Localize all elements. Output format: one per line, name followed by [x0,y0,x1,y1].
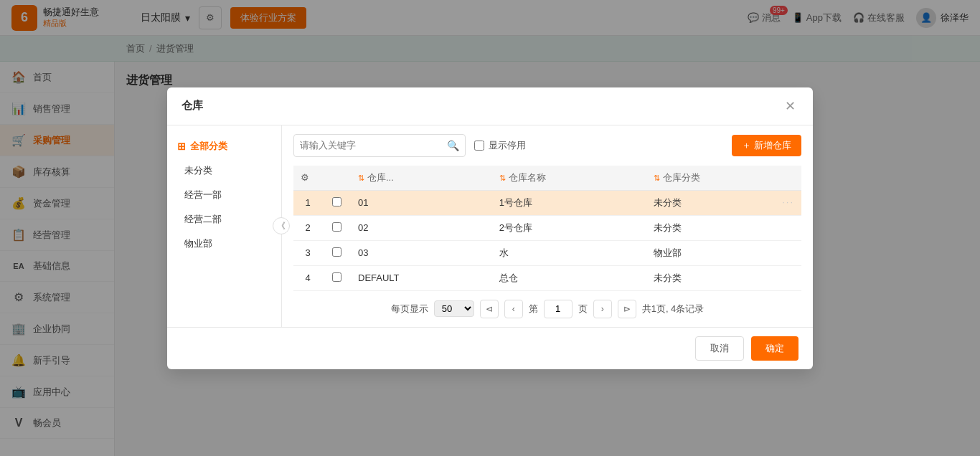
page-first-btn[interactable]: ⊲ [480,300,499,318]
category-item-ops2[interactable]: 经营二部 [167,207,281,232]
row-checkbox[interactable] [332,272,341,282]
pagination-row: 每页显示 50 20 100 ⊲ ‹ 第 页 › ⊳ 共1页, 4条记录 [293,300,801,318]
table-row[interactable]: 3 03 水 物业部 [293,240,801,265]
show-disabled-checkbox[interactable] [474,141,484,151]
modal-header: 仓库 ✕ [167,87,813,125]
table-row[interactable]: 1 01 1号仓库 未分类 ··· [293,190,801,215]
table-row[interactable]: 4 DEFAULT 总仓 未分类 [293,265,801,290]
row-checkbox[interactable] [332,222,341,232]
row-no: 3 [293,240,322,265]
row-code: 01 [351,190,492,215]
row-category: 未分类 ··· [646,190,801,215]
table-header-row: ⚙ ⇅仓库... ⇅仓库名称 ⇅仓库分类 [293,166,801,191]
category-item-unclassified[interactable]: 未分类 [167,158,281,183]
modal-title: 仓库 [182,99,203,113]
sort-icon: ⇅ [654,174,660,182]
search-box: 🔍 [293,134,466,157]
modal-overlay: 仓库 ✕ ⊞ 全部分类 未分类 经营一部 经营二部 物业部 《 [0,0,980,456]
th-category: ⇅仓库分类 [646,166,801,191]
table-panel: 🔍 显示停用 ＋ 新增仓库 ⚙ [282,125,813,327]
row-name: 水 [492,240,647,265]
row-no: 2 [293,215,322,240]
page-last-btn[interactable]: ⊳ [618,300,636,318]
row-more-icon[interactable]: ··· [782,196,794,207]
table-head: ⚙ ⇅仓库... ⇅仓库名称 ⇅仓库分类 [293,166,801,191]
page-number-input[interactable] [544,300,573,318]
row-name: 1号仓库 [492,190,647,215]
show-disabled-label[interactable]: 显示停用 [474,139,526,152]
row-no: 1 [293,190,322,215]
category-item-property[interactable]: 物业部 [167,232,281,256]
table-container: ⚙ ⇅仓库... ⇅仓库名称 ⇅仓库分类 [293,166,801,291]
page-next-btn[interactable]: › [593,300,612,318]
category-all[interactable]: ⊞ 全部分类 [167,134,281,158]
grid-icon: ⊞ [177,141,186,152]
search-icon[interactable]: 🔍 [447,140,459,151]
th-name: ⇅仓库名称 [492,166,647,191]
table-row[interactable]: 2 02 2号仓库 未分类 [293,215,801,240]
row-checkbox[interactable] [332,247,341,257]
category-panel: ⊞ 全部分类 未分类 经营一部 经营二部 物业部 《 [167,125,282,327]
row-code: 03 [351,240,492,265]
page-size-select[interactable]: 50 20 100 [434,300,474,317]
confirm-button[interactable]: 确定 [751,336,798,361]
modal-close-button[interactable]: ✕ [781,98,798,115]
th-settings: ⚙ [293,166,322,191]
modal-footer: 取消 确定 [167,327,813,369]
table-body: 1 01 1号仓库 未分类 ··· 2 02 2号仓库 [293,190,801,290]
row-no: 4 [293,265,322,290]
add-warehouse-button[interactable]: ＋ 新增仓库 [732,135,801,156]
category-collapse-btn[interactable]: 《 [273,217,290,234]
row-name: 2号仓库 [492,215,647,240]
modal-body: ⊞ 全部分类 未分类 经营一部 经营二部 物业部 《 🔍 [167,125,813,327]
sort-icon: ⇅ [358,174,364,182]
warehouse-modal: 仓库 ✕ ⊞ 全部分类 未分类 经营一部 经营二部 物业部 《 [167,87,813,369]
warehouse-table: ⚙ ⇅仓库... ⇅仓库名称 ⇅仓库分类 [293,166,801,291]
th-checkbox [322,166,351,191]
row-category: 物业部 [646,240,801,265]
row-category: 未分类 [646,215,801,240]
row-checkbox[interactable] [332,197,341,206]
page-prev-btn[interactable]: ‹ [504,300,523,318]
row-category: 未分类 [646,265,801,290]
row-code: 02 [351,215,492,240]
row-name: 总仓 [492,265,647,290]
sort-icon: ⇅ [499,174,506,182]
toolbar-row: 🔍 显示停用 ＋ 新增仓库 [293,134,801,157]
search-input[interactable] [300,140,447,151]
cancel-button[interactable]: 取消 [695,336,744,361]
row-code: DEFAULT [351,265,492,290]
category-item-ops1[interactable]: 经营一部 [167,183,281,207]
th-code: ⇅仓库... [351,166,492,191]
